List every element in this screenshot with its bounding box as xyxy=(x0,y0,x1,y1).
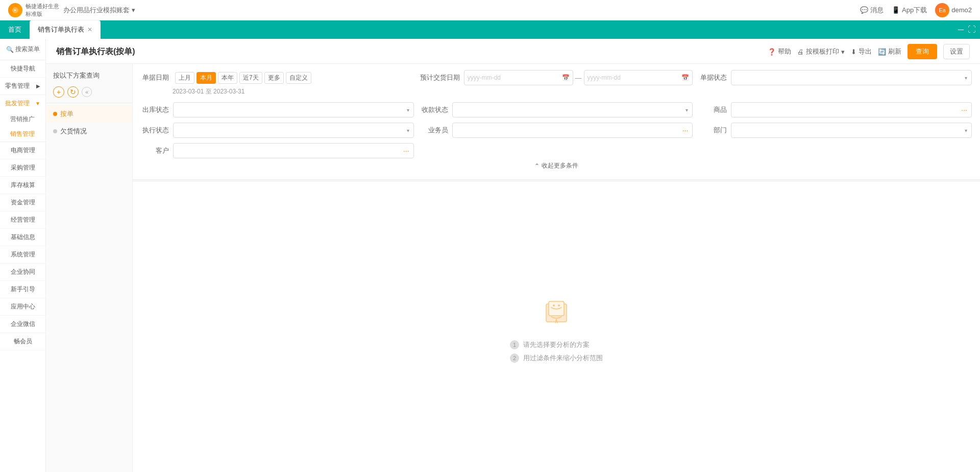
sidebar-item-basic[interactable]: 基础信息 xyxy=(0,229,45,246)
expected-date-label: 预计交货日期 xyxy=(420,73,460,82)
expected-date-start[interactable]: yyyy-mm-dd 📅 xyxy=(464,70,573,85)
empty-state: 1 请先选择要分析的方案 2 用过滤条件来缩小分析范围 xyxy=(510,291,603,363)
sidebar-sub-marketing[interactable]: 营销推广 xyxy=(0,112,45,127)
out-status-label: 出库状态 xyxy=(141,105,169,114)
filter-out-status-item: 出库状态 ▾ xyxy=(141,102,414,117)
goods-label: 商品 xyxy=(699,105,727,114)
goods-select[interactable]: ··· xyxy=(731,102,972,117)
customer-more-icon: ··· xyxy=(403,147,409,155)
message-icon: 💬 xyxy=(860,6,868,14)
exec-status-select[interactable]: ▾ xyxy=(173,123,414,138)
department-select[interactable]: ▾ xyxy=(731,123,972,138)
this-month-btn[interactable]: 本月 xyxy=(197,72,216,84)
print-icon: 🖨 xyxy=(797,48,804,56)
sidebar-item-collab[interactable]: 企业协同 xyxy=(0,264,45,281)
custom-btn[interactable]: 自定义 xyxy=(286,72,311,84)
tab-close-icon[interactable]: ✕ xyxy=(87,26,92,33)
bill-status-select[interactable]: ▾ xyxy=(731,70,972,85)
sidebar-item-appcenter[interactable]: 应用中心 xyxy=(0,298,45,316)
scheme-item-shortage[interactable]: 欠货情况 xyxy=(46,123,132,140)
payment-status-select[interactable]: ▾ xyxy=(452,102,693,117)
scheme-item-by-order[interactable]: 按单 xyxy=(46,105,132,123)
refresh-btn[interactable]: 🔄 刷新 xyxy=(878,47,901,56)
top-header: 畅捷通好生意 标准版 办公用品行业模拟账套 ▾ 💬 消息 📱 App下载 Ea … xyxy=(0,0,980,20)
tab-minimize-icon[interactable]: ─ xyxy=(958,25,964,34)
sidebar-item-system[interactable]: 系统管理 xyxy=(0,246,45,264)
out-status-arrow: ▾ xyxy=(407,107,409,113)
chevron-down-icon: ▾ xyxy=(841,48,845,56)
sidebar-item-member[interactable]: 畅会员 xyxy=(0,333,45,350)
search-menu-btn[interactable]: 🔍 搜索菜单 xyxy=(3,43,42,56)
chevron-down-icon: ▾ xyxy=(132,6,135,14)
salesperson-select[interactable]: ··· xyxy=(452,123,693,138)
empty-tips: 1 请先选择要分析的方案 2 用过滤条件来缩小分析范围 xyxy=(510,340,603,363)
sidebar: 🔍 搜索菜单 快捷导航 零售管理 ▶ 批发管理 ▼ 营销推广 销售管理 xyxy=(0,39,46,472)
sidebar-item-quick-nav[interactable]: 快捷导航 xyxy=(0,60,45,78)
message-btn[interactable]: 💬 消息 xyxy=(860,6,884,15)
tab-home[interactable]: 首页 xyxy=(0,20,30,39)
help-icon: ❓ xyxy=(768,48,776,56)
user-area[interactable]: Ea demo2 xyxy=(935,3,972,17)
payment-status-arrow: ▾ xyxy=(685,107,688,113)
department-arrow: ▾ xyxy=(965,128,967,133)
more-btn[interactable]: 更多 xyxy=(264,72,284,84)
goods-more-icon: ··· xyxy=(961,106,967,114)
add-scheme-btn[interactable]: + xyxy=(53,86,64,98)
tab-bar-actions: ─ ⛶ xyxy=(958,25,980,34)
sidebar-item-newbie[interactable]: 新手引导 xyxy=(0,281,45,298)
date-label: 单据日期 xyxy=(141,73,169,82)
scheme-actions: + ↻ « xyxy=(46,84,132,103)
export-icon: ⬇ xyxy=(851,48,856,56)
this-year-btn[interactable]: 本年 xyxy=(218,72,237,84)
sidebar-item-finance[interactable]: 资金管理 xyxy=(0,194,45,211)
filter-panel: 单据日期 上月 本月 本年 近7天 更多 自定义 xyxy=(133,64,980,180)
main-layout: 🔍 搜索菜单 快捷导航 零售管理 ▶ 批发管理 ▼ 营销推广 销售管理 xyxy=(0,39,980,472)
left-scheme-panel: 按以下方案查询 + ↻ « 按单 欠货情况 xyxy=(46,64,133,472)
filter-rows: 单据日期 上月 本月 本年 近7天 更多 自定义 xyxy=(141,70,972,158)
last7-btn[interactable]: 近7天 xyxy=(239,72,262,84)
sidebar-sub-sales[interactable]: 销售管理 xyxy=(0,127,45,141)
collapse-panel-btn[interactable]: « xyxy=(82,87,92,97)
sidebar-search-area: 🔍 搜索菜单 xyxy=(0,39,45,60)
filter-expected-date-item: 预计交货日期 yyyy-mm-dd 📅 — yyyy-mm-dd xyxy=(420,70,693,85)
svg-point-3 xyxy=(558,304,560,306)
page-actions: ❓ 帮助 🖨 按模板打印 ▾ ⬇ 导出 🔄 刷新 查询 xyxy=(768,44,970,59)
filter-row-3: 执行状态 ▾ 业务员 ··· xyxy=(141,123,972,138)
logo-icon xyxy=(8,3,22,17)
logo-text: 畅捷通好生意 标准版 xyxy=(26,3,59,17)
nav-dropdown[interactable]: 办公用品行业模拟账套 ▾ xyxy=(63,6,135,15)
sidebar-item-operation[interactable]: 经营管理 xyxy=(0,211,45,229)
tab-maximize-icon[interactable]: ⛶ xyxy=(968,25,976,34)
sidebar-item-wechat[interactable]: 企业微信 xyxy=(0,316,45,333)
download-icon: 📱 xyxy=(892,6,900,14)
help-btn[interactable]: ❓ 帮助 xyxy=(768,47,791,56)
app-download-btn[interactable]: 📱 App下载 xyxy=(892,6,927,15)
date-separator: — xyxy=(575,74,582,82)
scheme-panel-title: 按以下方案查询 xyxy=(46,69,132,84)
sidebar-item-wholesale[interactable]: 批发管理 ▼ xyxy=(0,95,45,112)
export-btn[interactable]: ⬇ 导出 xyxy=(851,47,872,56)
out-status-select[interactable]: ▾ xyxy=(173,102,414,117)
tab-sales-order[interactable]: 销售订单执行表 ✕ xyxy=(30,20,101,39)
sidebar-item-ecommerce[interactable]: 电商管理 xyxy=(0,142,45,159)
sidebar-item-retail[interactable]: 零售管理 ▶ xyxy=(0,78,45,95)
tip-num-1: 1 xyxy=(510,340,519,349)
sidebar-section-retail: 零售管理 ▶ xyxy=(0,78,45,95)
avatar: Ea xyxy=(935,3,949,17)
refresh-scheme-btn[interactable]: ↻ xyxy=(67,86,79,98)
filter-date-item: 单据日期 上月 本月 本年 近7天 更多 自定义 xyxy=(141,72,414,84)
collapse-filter-btn[interactable]: ⌃ 收起更多条件 xyxy=(141,158,972,173)
template-print-btn[interactable]: 🖨 按模板打印 ▾ xyxy=(797,47,845,56)
page-title: 销售订单执行表(按单) xyxy=(56,46,135,57)
exec-status-label: 执行状态 xyxy=(141,126,169,135)
sidebar-item-inventory[interactable]: 库存核算 xyxy=(0,177,45,194)
tab-bar: 首页 销售订单执行表 ✕ ─ ⛶ xyxy=(0,20,980,39)
sidebar-item-purchase[interactable]: 采购管理 xyxy=(0,159,45,177)
filter-row-2: 出库状态 ▾ 收款状态 ▾ xyxy=(141,102,972,117)
filter-bill-status-item: 单据状态 ▾ xyxy=(699,70,972,85)
settings-btn[interactable]: 设置 xyxy=(943,44,970,59)
customer-select[interactable]: ··· xyxy=(173,143,414,158)
expected-date-end[interactable]: yyyy-mm-dd 📅 xyxy=(584,70,693,85)
last-month-btn[interactable]: 上月 xyxy=(175,72,194,84)
query-btn[interactable]: 查询 xyxy=(908,44,937,59)
